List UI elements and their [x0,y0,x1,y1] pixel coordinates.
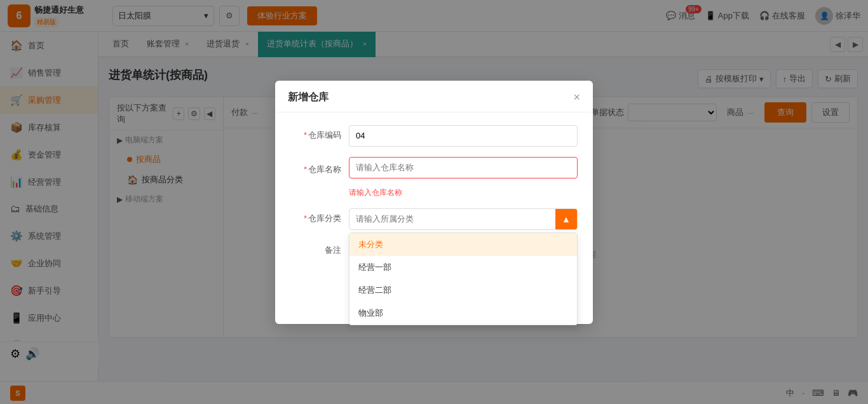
warehouse-code-input[interactable] [349,125,578,147]
dialog-header: 新增仓库 × [275,81,593,112]
name-label: *仓库名称 [290,159,341,175]
name-error-message: 请输入仓库名称 [349,187,402,198]
dialog-body: *仓库编码 *仓库名称 请输入仓库名称 *仓库分类 [275,112,593,285]
warehouse-code-row: *仓库编码 [290,125,578,147]
category-label: *仓库分类 [290,208,341,224]
dropdown-item-property[interactable]: 物业部 [349,302,577,325]
warehouse-category-row: *仓库分类 ▲ 未分类 经营一部 经营二部 物业部 [290,208,578,230]
dialog-overlay[interactable]: 新增仓库 × *仓库编码 *仓库名称 请输入仓库名称 [0,0,868,404]
new-warehouse-dialog: 新增仓库 × *仓库编码 *仓库名称 请输入仓库名称 [275,81,593,324]
warehouse-name-row: *仓库名称 请输入仓库名称 [290,157,578,198]
warehouse-name-input[interactable] [349,157,578,178]
dropdown-item-dept2[interactable]: 经营二部 [349,279,577,302]
category-dropdown: 未分类 经营一部 经营二部 物业部 [349,232,578,325]
dialog-title: 新增仓库 [288,91,329,104]
category-arrow-button[interactable]: ▲ [555,208,577,230]
code-label: *仓库编码 [290,125,341,141]
note-label: 备注 [290,240,341,256]
category-input[interactable] [349,214,555,224]
category-select-wrapper: ▲ 未分类 经营一部 经营二部 物业部 [349,208,578,230]
category-input-row: ▲ [349,208,578,230]
dropdown-item-dept1[interactable]: 经营一部 [349,256,577,279]
dialog-close-button[interactable]: × [573,91,580,104]
dropdown-item-unclassified[interactable]: 未分类 [349,233,577,256]
